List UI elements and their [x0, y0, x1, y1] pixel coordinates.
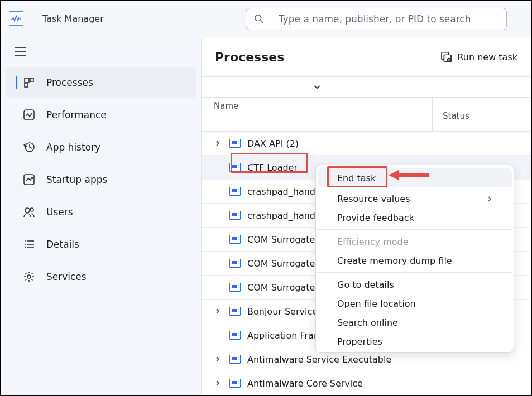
menu-item[interactable]: Search online: [316, 313, 514, 332]
process-icon: [229, 331, 241, 340]
sidebar-item-label: Processes: [46, 77, 93, 88]
menu-item[interactable]: End task: [318, 168, 512, 187]
sidebar-item-users[interactable]: Users: [6, 196, 196, 228]
svg-point-12: [30, 208, 33, 211]
process-name: Antimalware Core Service: [247, 378, 363, 389]
run-task-label: Run new task: [457, 52, 517, 62]
process-name: COM Surrogate: [247, 282, 315, 293]
sidebar-item-services[interactable]: Services: [6, 261, 196, 292]
svg-rect-7: [25, 84, 28, 87]
sidebar-item-label: Startup apps: [46, 174, 107, 185]
process-icon: [229, 379, 241, 388]
sidebar-item-processes[interactable]: Processes: [6, 67, 196, 98]
menu-item-label: Search online: [337, 317, 398, 328]
menu-item-label: Go to details: [337, 279, 394, 290]
chevron-down-icon: [313, 83, 321, 91]
performance-icon: [23, 109, 35, 121]
app-icon: [9, 11, 23, 26]
column-name[interactable]: Name: [214, 101, 238, 111]
process-row[interactable]: DAX API (2): [202, 132, 531, 156]
menu-item[interactable]: Open file location: [316, 294, 514, 313]
menu-item[interactable]: Provide feedback: [316, 208, 514, 227]
svg-point-0: [255, 15, 261, 21]
menu-item[interactable]: Go to details: [316, 275, 514, 294]
column-header-row: [202, 76, 531, 98]
process-icon: [229, 283, 241, 292]
startup-icon: [23, 173, 35, 186]
process-name: DAX API (2): [247, 138, 299, 149]
search-icon: [254, 14, 264, 24]
menu-item-label: Create memory dump file: [337, 255, 452, 266]
users-icon: [23, 206, 35, 218]
page-title: Processes: [215, 50, 284, 64]
details-icon: [23, 238, 35, 250]
svg-point-19: [27, 275, 31, 278]
processes-icon: [23, 76, 35, 89]
process-icon: [229, 139, 241, 148]
column-collapse-toggle[interactable]: [202, 77, 433, 97]
process-icon: [229, 259, 241, 268]
window: Task Manager Type a name, publisher, or …: [0, 0, 532, 396]
process-icon: [229, 235, 241, 244]
hamburger-button[interactable]: [1, 37, 201, 66]
process-name: Bonjour Service: [247, 306, 318, 317]
column-header-status-spacer: [433, 77, 531, 97]
column-status[interactable]: Status: [443, 111, 469, 121]
sidebar: ProcessesPerformanceApp historyStartup a…: [1, 37, 202, 395]
process-name: Antimalware Service Executable: [247, 354, 391, 365]
sidebar-item-label: Performance: [46, 109, 107, 120]
process-icon: [229, 211, 241, 220]
sidebar-item-history[interactable]: App history: [6, 132, 196, 163]
sidebar-item-label: Users: [46, 206, 73, 218]
disclosure-toggle[interactable]: [214, 356, 222, 362]
svg-rect-6: [30, 78, 33, 81]
history-icon: [23, 141, 35, 153]
run-new-task-button[interactable]: Run new task: [440, 51, 517, 62]
menu-item[interactable]: Resource values: [316, 189, 514, 208]
chevron-right-icon: [487, 194, 492, 204]
svg-line-1: [261, 21, 263, 23]
menu-icon: [15, 46, 27, 56]
sidebar-item-performance[interactable]: Performance: [6, 99, 196, 131]
run-task-icon: [440, 51, 452, 62]
sidebar-item-startup[interactable]: Startup apps: [6, 164, 196, 195]
menu-item-label: Efficiency mode: [337, 236, 409, 247]
process-icon: [229, 187, 241, 196]
services-icon: [23, 271, 35, 283]
disclosure-toggle[interactable]: [214, 308, 222, 314]
disclosure-toggle[interactable]: [214, 141, 222, 146]
menu-item-label: Resource values: [337, 194, 410, 204]
disclosure-toggle[interactable]: [214, 380, 222, 386]
menu-item[interactable]: Properties: [316, 332, 514, 351]
svg-rect-5: [25, 78, 29, 83]
menu-item-label: Provide feedback: [337, 213, 414, 223]
column-labels: Name Status: [202, 98, 531, 132]
process-row[interactable]: Antimalware Core Service: [202, 371, 531, 395]
menu-item-label: Open file location: [337, 298, 416, 309]
sidebar-item-label: Services: [46, 271, 87, 282]
title-bar: Task Manager Type a name, publisher, or …: [1, 1, 531, 36]
menu-item: Efficiency mode: [316, 232, 514, 251]
menu-item-label: Properties: [337, 336, 382, 347]
menu-item[interactable]: Create memory dump file: [316, 251, 514, 270]
process-icon: [229, 163, 241, 172]
svg-point-11: [25, 208, 30, 213]
process-name: CTF Loader: [247, 162, 298, 173]
search-placeholder: Type a name, publisher, or PID to search: [279, 13, 471, 25]
main-header: Processes Run new task: [202, 37, 531, 76]
process-icon: [229, 307, 241, 316]
sidebar-item-details[interactable]: Details: [6, 229, 196, 260]
process-name: COM Surrogate: [247, 258, 315, 269]
menu-item-label: End task: [337, 173, 376, 183]
sidebar-item-label: App history: [46, 142, 100, 153]
sidebar-item-label: Details: [46, 239, 79, 250]
process-icon: [229, 355, 241, 364]
process-name: COM Surrogate: [247, 234, 315, 245]
search-input[interactable]: Type a name, publisher, or PID to search: [246, 8, 507, 30]
app-title: Task Manager: [42, 13, 104, 24]
context-menu: End taskResource valuesProvide feedbackE…: [315, 165, 514, 353]
